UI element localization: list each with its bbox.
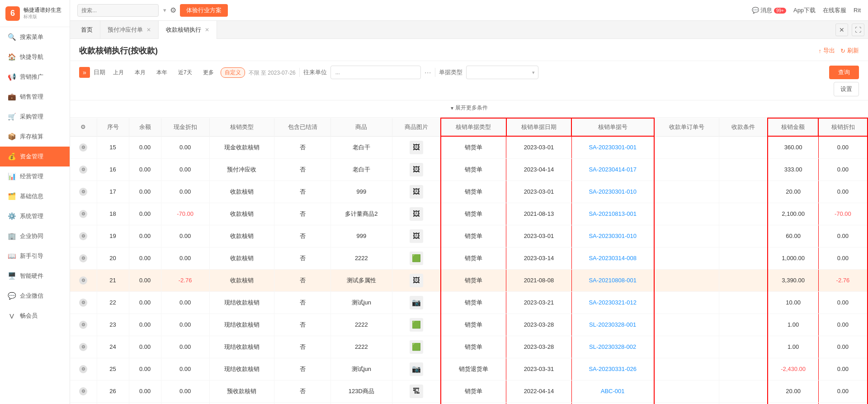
source-filter-dots[interactable]: ··· bbox=[425, 68, 431, 77]
col-settings-cell: ⚙ bbox=[70, 225, 97, 247]
row-settings-icon[interactable]: ⚙ bbox=[79, 365, 87, 373]
bill-no-link[interactable]: SA-20230321-012 bbox=[589, 299, 637, 306]
sidebar-item-guide[interactable]: 📖新手引导 bbox=[0, 246, 70, 266]
sidebar-item-marketing[interactable]: 📢营销推广 bbox=[0, 67, 70, 87]
settings-col-icon: ⚙ bbox=[80, 124, 86, 130]
bill-no-link[interactable]: ABC-001 bbox=[601, 388, 625, 394]
filter-toggle-btn[interactable]: » bbox=[79, 67, 90, 78]
sidebar-item-system[interactable]: ⚙️系统管理 bbox=[0, 206, 70, 226]
sidebar-item-wechat[interactable]: 💬企业微信 bbox=[0, 286, 70, 306]
row-settings-icon[interactable]: ⚙ bbox=[79, 143, 87, 152]
row-settings-icon[interactable]: ⚙ bbox=[79, 321, 87, 329]
tab-receipt-close-icon[interactable]: ✕ bbox=[205, 27, 209, 33]
sidebar-item-label-operation: 经营管理 bbox=[20, 172, 43, 181]
row-settings-icon[interactable]: ⚙ bbox=[79, 254, 87, 262]
sidebar-item-search[interactable]: 🔍搜索菜单 bbox=[0, 27, 70, 47]
bill-no-link[interactable]: SA-20230301-010 bbox=[589, 188, 637, 195]
operation-icon: 📊 bbox=[7, 172, 16, 181]
topbar-chevron-icon[interactable]: ▾ bbox=[163, 7, 166, 14]
date-btn-this-month[interactable]: 本月 bbox=[131, 67, 150, 78]
row-settings-icon[interactable]: ⚙ bbox=[79, 387, 87, 395]
col-writeoff-discount-cell: 0.00 bbox=[818, 380, 868, 402]
col-settings-cell: ⚙ bbox=[70, 247, 97, 269]
app-download-link[interactable]: App下载 bbox=[793, 6, 816, 14]
col-writeoff-type-cell: 收款核销 bbox=[209, 269, 274, 291]
tab-receipt[interactable]: 收款核销执行 ✕ bbox=[159, 21, 217, 39]
sidebar-item-basic[interactable]: 🗂️基础信息 bbox=[0, 186, 70, 206]
window-expand-icon[interactable]: ⛶ bbox=[852, 24, 864, 36]
col-bill-date-cell: 2021-08-13 bbox=[506, 203, 572, 225]
solution-button[interactable]: 体验行业方案 bbox=[180, 4, 228, 17]
filter-left: » 日期 上月 本月 本年 近7天 更多 自定义 不限 至 2023-07-26 bbox=[79, 66, 820, 79]
col-no-cell: 21 bbox=[97, 269, 129, 291]
date-btn-this-year[interactable]: 本年 bbox=[152, 67, 171, 78]
col-receipt-order-cell bbox=[654, 291, 719, 314]
sales-icon: 💼 bbox=[7, 92, 16, 101]
sidebar-item-purchase[interactable]: 🛒采购管理 bbox=[0, 107, 70, 127]
query-button[interactable]: 查询 bbox=[829, 66, 859, 79]
col-product-cell: 衣服00001 bbox=[331, 402, 392, 404]
export-button[interactable]: ↑ 导出 bbox=[819, 47, 835, 55]
col-balance-cell: 0.00 bbox=[129, 314, 161, 336]
col-bill-date-cell: 2021-08-08 bbox=[506, 269, 572, 291]
date-btn-last-month[interactable]: 上月 bbox=[109, 67, 128, 78]
sidebar-item-member[interactable]: V畅会员 bbox=[0, 306, 70, 326]
bill-no-link[interactable]: SL-20230328-001 bbox=[589, 321, 636, 328]
refresh-button[interactable]: ↻ 刷新 bbox=[840, 47, 859, 55]
sidebar-item-finance[interactable]: 💰资金管理 bbox=[0, 147, 70, 166]
col-receipt-order-cell bbox=[654, 247, 719, 269]
tab-prepay[interactable]: 预付冲应付单 ✕ bbox=[100, 21, 159, 39]
date-btn-custom[interactable]: 自定义 bbox=[221, 67, 245, 78]
col-receipt-order-cell bbox=[654, 336, 719, 358]
message-icon[interactable]: 💬 消息 99+ bbox=[752, 6, 786, 14]
filter-expand-btn[interactable]: ▾ 展开更多条件 bbox=[451, 102, 488, 114]
col-writeoff-discount-cell: 0.00 bbox=[818, 136, 868, 158]
date-btn-more[interactable]: 更多 bbox=[199, 67, 218, 78]
col-product-img-cell: 🟩 bbox=[392, 247, 441, 269]
corp-icon: 🏢 bbox=[7, 232, 16, 241]
online-service-link[interactable]: 在线客服 bbox=[823, 6, 846, 14]
table-row: ⚙ 25 0.00 0.00 现结收款核销 否 测试jun 📷 销货退货单 20… bbox=[70, 358, 868, 380]
row-settings-icon[interactable]: ⚙ bbox=[79, 210, 87, 218]
window-close-icon[interactable]: ✕ bbox=[835, 24, 848, 36]
col-no-cell: 23 bbox=[97, 314, 129, 336]
tab-prepay-close-icon[interactable]: ✕ bbox=[146, 27, 151, 33]
topbar-search-input[interactable] bbox=[77, 4, 159, 17]
bill-no-link[interactable]: SA-20230331-026 bbox=[589, 366, 637, 372]
page-title: 收款核销执行(按收款) bbox=[79, 45, 819, 56]
bill-no-link[interactable]: SA-20230301-001 bbox=[589, 144, 637, 151]
bill-no-link[interactable]: SA-20230301-010 bbox=[589, 233, 637, 239]
sidebar-item-nav[interactable]: 🏠快捷导航 bbox=[0, 47, 70, 67]
bill-no-link[interactable]: SA-20230414-017 bbox=[589, 166, 637, 173]
row-settings-icon[interactable]: ⚙ bbox=[79, 343, 87, 351]
col-settings[interactable]: ⚙ bbox=[70, 118, 97, 136]
sidebar-item-corp[interactable]: 🏢企业协同 bbox=[0, 226, 70, 246]
topbar-gear-icon[interactable]: ⚙ bbox=[170, 6, 176, 14]
sidebar-item-hardware[interactable]: 🖥️智能硬件 bbox=[0, 266, 70, 286]
col-bill-type-cell: 销货单 bbox=[441, 402, 506, 404]
sidebar-item-sales[interactable]: 💼销售管理 bbox=[0, 87, 70, 107]
row-settings-icon[interactable]: ⚙ bbox=[79, 166, 87, 174]
user-name[interactable]: Rit bbox=[854, 7, 861, 14]
source-filter-input[interactable] bbox=[330, 66, 421, 79]
row-settings-icon[interactable]: ⚙ bbox=[79, 299, 87, 307]
bill-no-link[interactable]: SA-20210813-001 bbox=[589, 210, 637, 217]
row-settings-icon[interactable]: ⚙ bbox=[79, 232, 87, 240]
sidebar-item-label-finance: 资金管理 bbox=[20, 152, 43, 161]
row-settings-icon[interactable]: ⚙ bbox=[79, 188, 87, 196]
row-settings-icon[interactable]: ⚙ bbox=[79, 276, 87, 285]
col-product-img-cell: 🖼 bbox=[392, 203, 441, 225]
bill-no-link[interactable]: SL-20230328-002 bbox=[589, 343, 636, 350]
sidebar-item-operation[interactable]: 📊经营管理 bbox=[0, 166, 70, 186]
type-filter-input[interactable] bbox=[466, 66, 538, 79]
col-product-cell: 老白干 bbox=[331, 136, 392, 158]
col-settings-cell: ⚙ bbox=[70, 203, 97, 225]
sidebar-item-inventory[interactable]: 📦库存核算 bbox=[0, 127, 70, 147]
bill-no-link[interactable]: SA-20230314-008 bbox=[589, 255, 637, 261]
filter-settings-button[interactable]: 设置 bbox=[834, 82, 859, 96]
bill-no-link[interactable]: SA-20210808-001 bbox=[589, 277, 637, 284]
col-writeoff-type-cell: 现金收款核销 bbox=[209, 136, 274, 158]
col-no-cell: 20 bbox=[97, 247, 129, 269]
tab-home[interactable]: 首页 bbox=[74, 21, 100, 39]
date-btn-7days[interactable]: 近7天 bbox=[174, 67, 196, 78]
